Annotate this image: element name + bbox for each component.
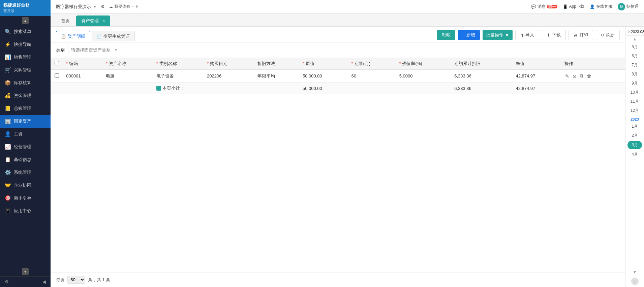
copy-button[interactable]: ⊙	[572, 73, 577, 79]
month-item-9[interactable]: 9月	[625, 79, 644, 88]
month-item-7[interactable]: 7月	[625, 61, 644, 70]
sidebar-item-salary[interactable]: 👤 工资	[0, 128, 51, 140]
edit-button[interactable]: ✎	[564, 73, 570, 79]
tab-close-icon[interactable]: ✕	[102, 19, 105, 23]
subtotal-empty-actions	[561, 83, 625, 94]
sidebar-item-guide[interactable]: 🎯 新手引导	[0, 192, 51, 204]
month-item-12[interactable]: 12月	[625, 106, 644, 115]
import-button[interactable]: ⬆ 导入	[515, 30, 539, 40]
th-depreciation-method: 折旧方法	[254, 58, 299, 70]
month-item-2[interactable]: 2月	[625, 131, 644, 140]
month-item-4[interactable]: 4月	[625, 150, 644, 159]
sidebar-item-fixed-assets[interactable]: 🏢 固定资产	[0, 115, 51, 128]
collapse-icon[interactable]: ◀	[42, 279, 46, 284]
print-button[interactable]: 🖨 打印	[569, 30, 593, 40]
delete-button[interactable]: 🗑	[586, 73, 592, 79]
td-code: 000001	[63, 70, 102, 83]
sidebar-item-inventory[interactable]: 📦 库存核算	[0, 76, 51, 89]
month-nav-down-button[interactable]: ▼	[632, 269, 638, 276]
settings-icon[interactable]: ⚙	[5, 279, 9, 284]
month-nav-up-button[interactable]: ▲	[632, 36, 638, 42]
tab-home[interactable]: 首页	[56, 15, 75, 26]
messages-button[interactable]: 💬 消息 99+	[531, 4, 557, 9]
sidebar-scroll-down-button[interactable]: ▼	[22, 268, 29, 275]
subtotal-original-value: 50,000.00	[299, 83, 348, 94]
right-panel-nav-up: ▲	[625, 36, 644, 42]
month-item-10[interactable]: 10月	[625, 88, 644, 97]
reconcile-button[interactable]: 对账	[437, 30, 455, 40]
sidebar-item-search[interactable]: 🔍 搜索菜单	[0, 25, 51, 38]
batch-chevron-icon: ▼	[505, 33, 509, 38]
sidebar-item-capital[interactable]: 💰 资金管理	[0, 89, 51, 102]
app-edition: 普及版	[3, 8, 47, 13]
sidebar-scroll-down-area[interactable]: ▼	[0, 267, 51, 276]
main-area: 医疗器械行业演示 ▼ ⚙ ☁ 我要体验一下 💬 消息 99+ 📱 App下载 👤…	[51, 0, 644, 287]
user-button[interactable]: 畅 畅捷通	[618, 3, 639, 10]
app-name: 畅捷通好业财	[3, 3, 47, 8]
th-code: 编码	[63, 58, 102, 70]
app-download-button[interactable]: 📱 App下载	[563, 4, 584, 9]
category-filter-wrap[interactable]: 请选择固定资产类别	[68, 46, 120, 54]
toolbar-buttons: 对账 + 新增 批量操作 ▼ ⬆ 导入 ⬇ 下载 🖨	[437, 30, 620, 42]
sidebar-item-system[interactable]: ⚙️ 系统管理	[0, 166, 51, 179]
sidebar-item-label: 应用中心	[14, 208, 31, 214]
money-icon: 💰	[5, 93, 11, 99]
search-icon: 🔍	[5, 29, 11, 35]
th-actions-label: 操作	[564, 61, 573, 66]
tab-asset-management[interactable]: 资产管理 ✕	[76, 15, 110, 26]
month-item-6[interactable]: 6月	[625, 52, 644, 61]
sidebar-item-ledger[interactable]: 📒 总账管理	[0, 102, 51, 115]
building-icon: 🏢	[5, 118, 11, 124]
month-item-5[interactable]: 5月	[625, 42, 644, 52]
sidebar-item-quick-nav[interactable]: ⚡ 快捷导航	[0, 38, 51, 51]
row-checkbox[interactable]	[55, 73, 59, 78]
month-item-8[interactable]: 8月	[625, 70, 644, 79]
filter-label: 类别	[56, 47, 65, 53]
refresh-button[interactable]: ↺ 刷新	[596, 30, 620, 40]
sidebar-scroll-up-area[interactable]: ▲	[0, 16, 51, 25]
online-service-button[interactable]: 👤 在线客服	[590, 4, 612, 9]
asset-purchase-date: 202206	[207, 73, 221, 78]
company-dropdown-icon[interactable]: ▼	[93, 5, 97, 9]
more-button[interactable]: ⧉	[579, 72, 584, 79]
panel-down-icon[interactable]: ↓	[631, 278, 639, 285]
month-item-11[interactable]: 11月	[625, 97, 644, 106]
company-selector[interactable]: 医疗器械行业演示 ▼	[56, 4, 97, 10]
sidebar-item-purchase[interactable]: 🛒 采购管理	[0, 64, 51, 76]
tab-home-label: 首页	[61, 18, 70, 23]
refresh-label: 刷新	[606, 32, 615, 38]
month-item-1[interactable]: 1月	[625, 122, 644, 131]
sidebar-item-operations[interactable]: 📈 经营管理	[0, 140, 51, 153]
download-icon: ⬇	[547, 33, 551, 38]
subtotal-row: 本页小计： 50,000.00 6,333.36	[51, 83, 625, 94]
content-area: 📋 资产明细 📄 变更生成凭证 对账 + 新增 批量操作 ▼ ⬆	[51, 27, 644, 287]
tabs-bar: 首页 资产管理 ✕	[51, 13, 644, 27]
sidebar-item-basic-info[interactable]: 📋 基础信息	[0, 153, 51, 166]
month-item-3-active[interactable]: 3月	[627, 141, 642, 149]
sidebar-item-sales[interactable]: 📊 销售管理	[0, 51, 51, 64]
subtab-asset-detail[interactable]: 📋 资产明细	[56, 31, 90, 41]
download-button[interactable]: ⬇ 下载	[542, 30, 566, 40]
topbar-settings-icon[interactable]: ⚙	[101, 4, 105, 9]
asset-name: 电脑	[106, 73, 115, 78]
sidebar-item-cooperation[interactable]: 🤝 企业协同	[0, 179, 51, 192]
panel-close-icon[interactable]: ✕	[627, 29, 631, 34]
new-button[interactable]: + 新增	[458, 30, 480, 40]
print-icon: 🖨	[574, 33, 578, 38]
sidebar-scroll-up-button[interactable]: ▲	[22, 17, 29, 24]
pagination: 每页 50 10 20 100 条，共 1 条	[51, 272, 625, 287]
per-page-select[interactable]: 50 10 20 100	[67, 276, 85, 284]
ledger-icon: 📒	[5, 105, 11, 111]
subtab-change-voucher[interactable]: 📄 变更生成凭证	[92, 31, 135, 41]
app-icon: 📱	[5, 208, 11, 214]
th-purchase-date: 购买日期	[204, 58, 254, 70]
sidebar-item-app-center[interactable]: 📱 应用中心	[0, 204, 51, 217]
experience-item[interactable]: ☁ 我要体验一下	[109, 4, 139, 9]
category-filter-select[interactable]: 请选择固定资产类别	[68, 46, 120, 54]
batch-operation-button[interactable]: 批量操作 ▼	[483, 30, 513, 40]
cart-icon: 🛒	[5, 67, 11, 73]
detail-icon: 📋	[61, 34, 66, 39]
download-label: 下载	[552, 32, 561, 38]
sidebar-item-label: 企业协同	[14, 182, 31, 188]
select-all-checkbox[interactable]	[55, 61, 59, 65]
